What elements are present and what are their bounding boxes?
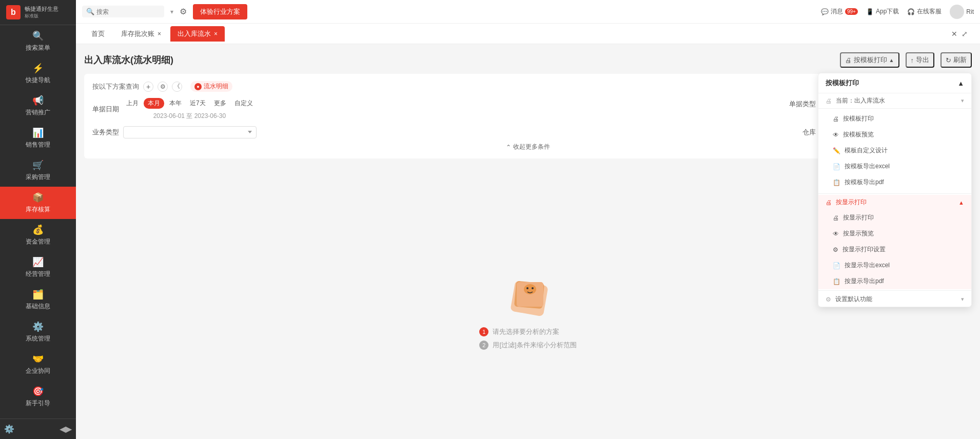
newguide-icon: 🎯 xyxy=(32,386,44,397)
template-pdf-item[interactable]: 📋 按模板导出pdf xyxy=(818,174,971,190)
online-service-button[interactable]: 🎧 在线客服 xyxy=(907,7,942,16)
main-area: 🔍 ▾ ⚙ 体验行业方案 💬 消息 99+ 📱 App下载 🎧 在线客服 Rit xyxy=(76,0,980,439)
display-excel-icon: 📄 xyxy=(833,262,840,269)
date-picker: 上月 本月 本年 近7天 更多 自定义 2023-06-01 至 2023-06… xyxy=(123,98,256,121)
empty-svg xyxy=(502,268,559,324)
sidebar-item-quicknav[interactable]: ⚡ 快捷导航 xyxy=(0,57,76,90)
display-pdf-item[interactable]: 📋 按显示导出pdf xyxy=(818,273,971,289)
sidebar-item-marketing[interactable]: 📢 营销推广 xyxy=(0,90,76,122)
sidebar-item-label: 库存核算 xyxy=(26,205,50,214)
sidebar-item-label: 企业协同 xyxy=(26,367,50,375)
user-name: Rit xyxy=(966,8,974,15)
window-controls: ✕ ⤢ xyxy=(951,30,972,38)
sidebar-item-system[interactable]: ⚙️ 系统管理 xyxy=(0,316,76,348)
display-section-header[interactable]: 🖨 按显示打印 ▲ xyxy=(818,195,971,210)
date-btn-7days[interactable]: 近7天 xyxy=(187,98,209,109)
tab-batch-close[interactable]: × xyxy=(158,30,161,37)
edit-icon: ✏️ xyxy=(833,147,840,154)
display-print-item[interactable]: 🖨 按显示打印 xyxy=(818,210,971,226)
default-section[interactable]: ⚙ 设置默认功能 ▾ xyxy=(818,292,971,307)
user-avatar-button[interactable]: Rit xyxy=(950,5,974,19)
sidebar-item-operations[interactable]: 📈 经营管理 xyxy=(0,251,76,284)
expand-window-icon[interactable]: ⤢ xyxy=(962,30,968,38)
topbar-search-box[interactable]: 🔍 xyxy=(82,6,164,17)
sidebar-item-purchase[interactable]: 🛒 采购管理 xyxy=(0,154,76,187)
refresh-button[interactable]: ↻ 刷新 xyxy=(940,52,972,68)
app-download-label: App下载 xyxy=(876,7,899,16)
sidebar-item-appcenter[interactable]: 📱 应用中心 xyxy=(0,413,76,418)
sales-icon: 📊 xyxy=(32,127,44,138)
template-custom-item[interactable]: ✏️ 模板自定义设计 xyxy=(818,143,971,158)
app-download-button[interactable]: 📱 App下载 xyxy=(866,7,899,16)
date-btn-custom[interactable]: 自定义 xyxy=(231,98,256,109)
template-excel-item[interactable]: 📄 按模板导出excel xyxy=(818,158,971,174)
sidebar-item-search[interactable]: 🔍 搜索菜单 xyxy=(0,25,76,57)
tab-inout[interactable]: 出入库流水 × xyxy=(170,26,225,42)
chevron-up-active-icon: ▲ xyxy=(958,199,964,206)
topbar-gear-icon[interactable]: ⚙ xyxy=(180,7,187,16)
printer-icon: 🖨 xyxy=(833,115,839,123)
print-dropdown-panel: 按模板打印 ▲ 🖨 当前：出入库流水 ▾ 🖨 按模板打印 xyxy=(818,73,972,307)
step-2-text: 用[过滤]条件来缩小分析范围 xyxy=(493,341,576,350)
sidebar-item-finance[interactable]: 💰 资金管理 xyxy=(0,219,76,251)
settings-icon[interactable]: ⚙️ xyxy=(4,424,14,434)
user-avatar xyxy=(950,5,964,19)
display-settings-icon: ⚙ xyxy=(833,246,838,253)
quicknav-icon: ⚡ xyxy=(32,63,44,74)
sidebar-item-basics[interactable]: 🗂️ 基础信息 xyxy=(0,284,76,316)
sidebar-item-label: 资金管理 xyxy=(26,237,50,246)
date-btn-more[interactable]: 更多 xyxy=(211,98,229,109)
sidebar-item-label: 营销推广 xyxy=(26,108,50,117)
sidebar-item-cooperation[interactable]: 🤝 企业协同 xyxy=(0,348,76,381)
export-icon: ↑ xyxy=(911,56,914,64)
tab-inout-close[interactable]: × xyxy=(214,30,218,37)
empty-step-2: 2 用[过滤]条件来缩小分析范围 xyxy=(479,341,576,350)
template-print-button[interactable]: 🖨 按模板打印 ▲ xyxy=(840,52,899,68)
date-btn-this-month[interactable]: 本月 xyxy=(144,98,164,109)
search-input[interactable] xyxy=(96,8,160,15)
toggle-sidebar-icon[interactable]: ◀▶ xyxy=(60,424,72,434)
template-print-item[interactable]: 🖨 按模板打印 xyxy=(818,111,971,127)
filter-add-button[interactable]: + xyxy=(143,82,153,92)
sidebar-item-label: 快捷导航 xyxy=(26,76,50,85)
date-btn-last-month[interactable]: 上月 xyxy=(123,98,142,109)
basics-icon: 🗂️ xyxy=(32,289,44,300)
page-title: 出入库流水(流水明细) xyxy=(84,54,173,66)
filter-settings-button[interactable]: ⚙ xyxy=(158,82,168,92)
close-window-icon[interactable]: ✕ xyxy=(951,30,957,38)
template-print-label: 按模板打印 xyxy=(854,55,887,65)
inventory-icon: 📦 xyxy=(32,192,44,203)
sidebar-item-newguide[interactable]: 🎯 新手引导 xyxy=(0,381,76,413)
cooperation-icon: 🤝 xyxy=(32,353,44,365)
tab-batch-label: 库存批次账 xyxy=(121,29,154,38)
date-buttons: 上月 本月 本年 近7天 更多 自定义 xyxy=(123,98,256,109)
biz-type-select[interactable] xyxy=(123,126,257,138)
service-icon: 🎧 xyxy=(907,8,915,15)
export-button[interactable]: ↑ 导出 xyxy=(906,52,935,68)
dropdown-header[interactable]: 按模板打印 ▲ xyxy=(818,73,971,93)
tab-home[interactable]: 首页 xyxy=(84,26,112,42)
topbar-dropdown-icon[interactable]: ▾ xyxy=(170,8,173,15)
display-preview-item[interactable]: 👁 按显示预览 xyxy=(818,226,971,242)
message-button[interactable]: 💬 消息 99+ xyxy=(821,7,858,16)
tab-batch[interactable]: 库存批次账 × xyxy=(114,26,168,42)
current-section[interactable]: 🖨 当前：出入库流水 ▾ xyxy=(818,93,971,109)
sidebar-item-inventory[interactable]: 📦 库存核算 xyxy=(0,187,76,219)
divider xyxy=(818,193,971,194)
default-label: 设置默认功能 xyxy=(835,295,961,304)
export-label: 导出 xyxy=(916,55,929,65)
tab-inout-label: 出入库流水 xyxy=(178,29,211,38)
svg-point-5 xyxy=(532,287,534,289)
template-print-item-label: 按模板打印 xyxy=(843,114,874,123)
trial-button[interactable]: 体验行业方案 xyxy=(193,4,247,19)
template-preview-item[interactable]: 👁 按模板预览 xyxy=(818,127,971,143)
sidebar-item-sales[interactable]: 📊 销售管理 xyxy=(0,122,76,154)
display-pdf-icon: 📋 xyxy=(833,278,840,285)
empty-steps: 1 请先选择要分析的方案 2 用[过滤]条件来缩小分析范围 xyxy=(479,327,576,350)
date-btn-this-year[interactable]: 本年 xyxy=(166,98,185,109)
filter-collapse-button[interactable]: 《 xyxy=(172,82,182,92)
display-settings-item[interactable]: ⚙ 按显示打印设置 xyxy=(818,242,971,257)
sidebar-item-label: 采购管理 xyxy=(26,173,50,182)
display-excel-item[interactable]: 📄 按显示导出excel xyxy=(818,257,971,273)
message-badge: 99+ xyxy=(845,8,858,15)
